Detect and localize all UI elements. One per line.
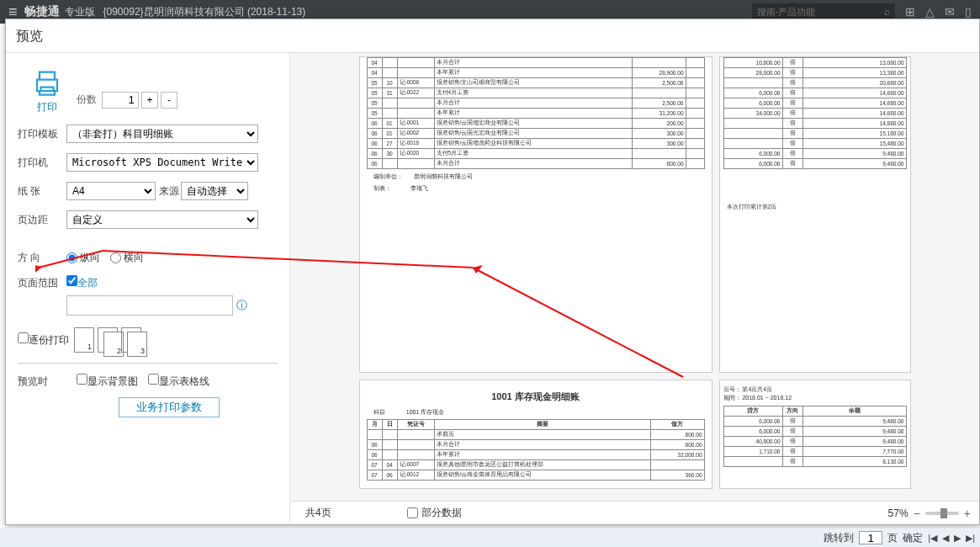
preview-status-bar: 共4页 部分数据 57% − +: [290, 501, 979, 524]
search-box[interactable]: ⌕: [752, 3, 895, 20]
orientation-label: 方 向: [18, 251, 66, 265]
preview-modal: 预览 打印 份数 + - 打印模板 （非套打）科目明细账: [5, 19, 980, 525]
preview-opts-label: 预览时: [18, 374, 66, 389]
confirm-button[interactable]: 确定: [903, 531, 923, 545]
copies-control: 份数 + -: [77, 85, 177, 114]
first-page-icon[interactable]: |◀: [928, 533, 937, 544]
copies-plus-button[interactable]: +: [141, 92, 158, 109]
preview-page-1: 04本月合计04本年累计28,900.000510记-0008报差销售/文山司维…: [359, 56, 712, 373]
range-input[interactable]: [66, 295, 233, 316]
range-all-check[interactable]: 全部: [66, 275, 98, 290]
phone-icon[interactable]: ▯: [965, 5, 972, 19]
page-unit-label: 页: [887, 531, 898, 545]
source-label: 来源: [159, 184, 179, 199]
info-icon[interactable]: ⓘ: [236, 298, 247, 313]
print-button[interactable]: 打印: [18, 68, 77, 114]
last-page-icon[interactable]: ▶|: [966, 533, 975, 544]
template-select[interactable]: （非套打）科目明细账: [66, 125, 258, 143]
print-label: 打印: [37, 100, 57, 114]
show-bg-check[interactable]: 显示背景图: [77, 374, 138, 389]
landscape-radio[interactable]: 横向: [110, 251, 144, 265]
goto-input[interactable]: [859, 531, 882, 544]
calendar-icon[interactable]: ⊞: [905, 5, 915, 19]
bell-icon[interactable]: △: [925, 5, 935, 19]
source-select[interactable]: 自动选择: [181, 182, 248, 200]
template-label: 打印模板: [18, 127, 66, 141]
paper-label: 纸 张: [18, 184, 66, 199]
margin-select[interactable]: 自定义: [66, 210, 258, 229]
copies-minus-button[interactable]: -: [161, 92, 177, 109]
goto-label: 跳转到: [824, 531, 854, 545]
search-input[interactable]: [757, 7, 884, 17]
search-icon[interactable]: ⌕: [884, 6, 890, 18]
page-count-label: 共4页: [305, 506, 331, 520]
zoom-slider[interactable]: [925, 512, 959, 515]
paper-select[interactable]: A4: [66, 182, 156, 200]
next-page-icon[interactable]: ▶: [954, 533, 961, 544]
show-grid-check[interactable]: 显示表格线: [148, 374, 209, 389]
collate-icons: 1 2 3: [74, 327, 141, 353]
printer-icon: [32, 68, 62, 98]
edition-label: 专业版: [65, 5, 95, 19]
zoom-in-button[interactable]: +: [964, 507, 971, 520]
partial-data-check[interactable]: 部分数据: [407, 506, 462, 520]
zoom-value: 57%: [888, 507, 908, 519]
brand-name: 畅捷通: [24, 4, 60, 19]
preview-area[interactable]: 04本月合计04本年累计28,900.000510记-0008报差销售/文山司维…: [290, 53, 979, 524]
page-footer: 跳转到 页 确定 |◀ ◀ ▶ ▶|: [0, 528, 980, 547]
portrait-radio[interactable]: 纵向: [66, 251, 100, 265]
preview-page-3: 1001 库存现金明细账 科目 1001 库存现金 月日凭证号摘要借方承前页80…: [359, 380, 712, 489]
modal-title: 预览: [6, 19, 979, 53]
range-label: 页面范围: [18, 276, 66, 290]
copies-label: 份数: [77, 93, 97, 107]
ledger-title: 1001 库存现金明细账: [360, 390, 712, 403]
preview-page-4: 页号： 第4页共4页 期间： 2018.01 ~ 2018.12 贷方方向余额6…: [719, 380, 911, 489]
preview-page-2: 10,800.00借13,080.0028,000.00借13,380.00借2…: [719, 56, 911, 373]
prev-page-icon[interactable]: ◀: [942, 533, 949, 544]
printer-label: 打印机: [18, 156, 66, 170]
zoom-out-button[interactable]: −: [914, 507, 920, 520]
margin-label: 页边距: [18, 213, 66, 227]
company-info: {090092}昆明润萌科技有限公司 (2018-11-13): [103, 5, 306, 19]
collate-check[interactable]: 逐份打印: [18, 332, 69, 348]
biz-print-params-button[interactable]: 业务打印参数: [119, 397, 220, 417]
printer-select[interactable]: Microsoft XPS Document Writer: [66, 153, 258, 172]
mail-icon[interactable]: ✉: [945, 5, 955, 19]
settings-panel: 打印 份数 + - 打印模板 （非套打）科目明细账 打印机 Microsoft …: [6, 53, 290, 524]
copies-input[interactable]: [102, 92, 139, 109]
